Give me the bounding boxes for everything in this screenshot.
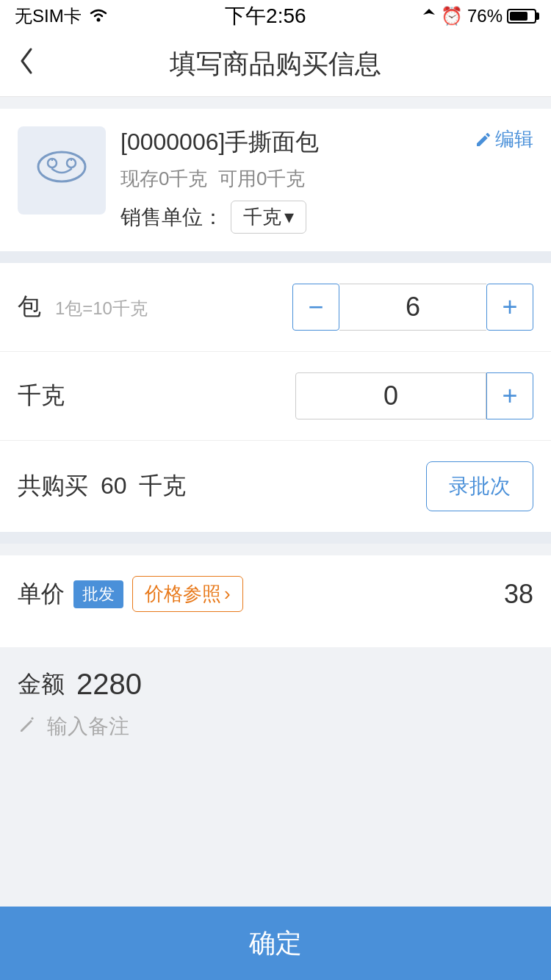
package-plus-button[interactable]: + <box>486 284 533 331</box>
product-name: [0000006]手撕面包 <box>120 126 533 159</box>
chevron-down-icon: ▾ <box>284 206 294 228</box>
remark-input[interactable]: 输入备注 <box>47 713 129 741</box>
price-tag: 批发 <box>73 580 123 608</box>
kg-label: 千克 <box>18 380 295 412</box>
remark-row[interactable]: 输入备注 <box>18 713 533 741</box>
product-image <box>18 126 106 215</box>
kg-plus-button[interactable]: + <box>486 372 533 419</box>
location-icon <box>422 6 436 26</box>
page-title: 填写商品购买信息 <box>170 46 381 82</box>
svg-point-0 <box>96 18 100 22</box>
price-left: 单价 批发 价格参照 › <box>18 576 243 612</box>
price-section: 单价 批发 价格参照 › 38 <box>0 555 551 647</box>
record-batch-button[interactable]: 录批次 <box>426 461 533 511</box>
status-left: 无SIM卡 <box>15 4 109 28</box>
unit-select[interactable]: 千克 ▾ <box>231 201 306 234</box>
package-quantity-input[interactable] <box>339 284 486 331</box>
package-quantity-control: − + <box>292 284 533 331</box>
package-label: 包 1包=10千克 <box>18 291 292 323</box>
battery-pct: 76% <box>467 6 503 26</box>
status-right: ⏰ 76% <box>422 6 536 26</box>
section-divider-2 <box>0 532 551 544</box>
total-row: 共购买 60 千克 录批次 <box>0 441 551 532</box>
amount-label: 金额 <box>18 669 65 701</box>
alarm-icon: ⏰ <box>441 6 463 26</box>
price-ref-button[interactable]: 价格参照 › <box>132 576 243 612</box>
pencil-icon <box>18 714 38 740</box>
total-text: 共购买 60 千克 <box>18 470 186 502</box>
confirm-button[interactable]: 确定 <box>0 907 551 980</box>
battery-icon <box>507 9 536 24</box>
product-card: [0000006]手撕面包 现存0千克 可用0千克 销售单位： 千克 ▾ 编辑 <box>0 109 551 251</box>
kg-quantity-input[interactable] <box>295 372 486 419</box>
amount-section: 金额 2280 输入备注 <box>0 647 551 761</box>
status-time: 下午2:56 <box>225 2 306 30</box>
product-info: [0000006]手撕面包 现存0千克 可用0千克 销售单位： 千克 ▾ <box>120 126 533 234</box>
product-unit: 销售单位： 千克 ▾ <box>120 201 533 234</box>
back-button[interactable] <box>18 46 35 82</box>
price-value: 38 <box>504 579 533 610</box>
status-bar: 无SIM卡 下午2:56 ⏰ 76% <box>0 0 551 32</box>
wifi-icon <box>87 6 109 26</box>
edit-button[interactable]: 编辑 <box>475 126 533 152</box>
svg-point-1 <box>38 152 85 181</box>
kg-row: 千克 + <box>0 352 551 441</box>
package-row: 包 1包=10千克 − + <box>0 263 551 352</box>
package-minus-button[interactable]: − <box>292 284 339 331</box>
input-section: 包 1包=10千克 − + 千克 + <box>0 263 551 441</box>
nav-bar: 填写商品购买信息 <box>0 32 551 97</box>
product-logo-icon <box>36 148 87 193</box>
carrier-text: 无SIM卡 <box>15 4 82 28</box>
amount-value: 2280 <box>76 668 142 701</box>
price-label: 单价 <box>18 578 65 610</box>
kg-quantity-control: + <box>295 372 533 419</box>
product-stock: 现存0千克 可用0千克 <box>120 166 533 192</box>
section-divider-1 <box>0 251 551 263</box>
price-row: 单价 批发 价格参照 › 38 <box>18 576 533 612</box>
amount-row: 金额 2280 <box>18 668 533 701</box>
